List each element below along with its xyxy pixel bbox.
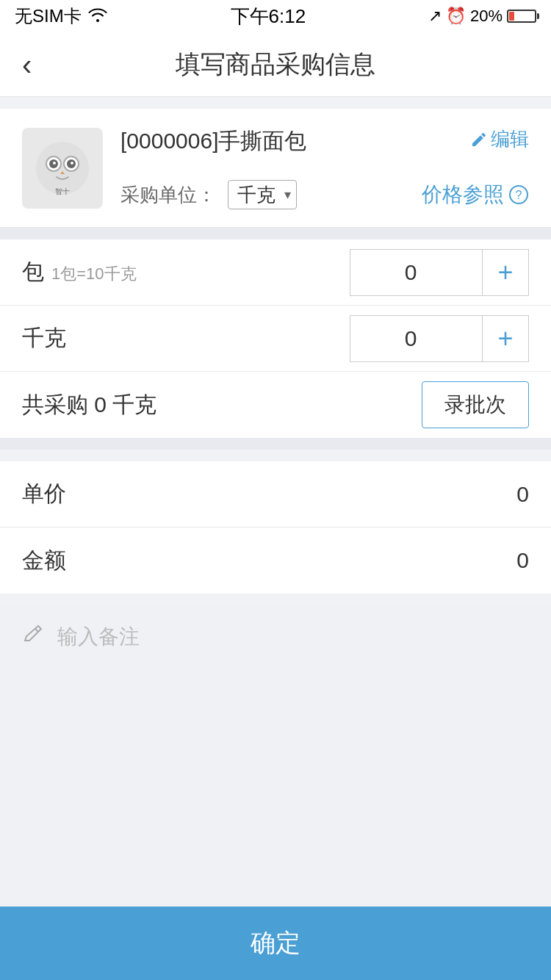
page-title: 填写商品采购信息 xyxy=(176,48,375,82)
unit-label: 采购单位： xyxy=(120,182,216,208)
kg-input-row: 千克 + xyxy=(0,306,551,372)
price-ref-button[interactable]: 价格参照 ? xyxy=(422,181,529,209)
amount-row: 金额 0 xyxy=(0,527,551,594)
bag-input-row: 包 1包=10千克 + xyxy=(0,239,551,306)
input-section: 包 1包=10千克 + 千克 + 共采购 0 千克 录批次 xyxy=(0,239,551,438)
unit-select-wrapper[interactable]: 千克 包 ▾ xyxy=(228,180,297,209)
product-card: 智十 [0000006]手撕面包 编辑 采购单位： 千克 包 ▾ xyxy=(0,109,551,228)
summary-text: 共采购 0 千克 xyxy=(22,390,156,420)
bag-input-right: + xyxy=(350,249,529,296)
kg-quantity-input[interactable] xyxy=(350,315,482,362)
status-bar: 无SIM卡 下午6:12 ↗ ⏰ 20% xyxy=(0,0,551,32)
bottom-spacer xyxy=(0,679,551,929)
section-divider-2 xyxy=(0,438,551,450)
status-right: ↗ ⏰ 20% xyxy=(428,7,536,26)
section-divider-1 xyxy=(0,228,551,239)
status-time: 下午6:12 xyxy=(231,4,306,29)
back-button[interactable]: ‹ xyxy=(22,50,32,79)
bag-label: 包 1包=10千克 xyxy=(22,257,137,287)
product-name: [0000006]手撕面包 xyxy=(120,126,306,156)
svg-point-5 xyxy=(53,162,56,165)
summary-row: 共采购 0 千克 录批次 xyxy=(0,372,551,438)
product-info: [0000006]手撕面包 编辑 采购单位： 千克 包 ▾ 价格参照 xyxy=(120,126,529,209)
carrier-text: 无SIM卡 xyxy=(15,4,82,28)
pencil-icon xyxy=(22,623,46,652)
notes-placeholder: 输入备注 xyxy=(57,623,140,651)
bag-sublabel: 1包=10千克 xyxy=(51,263,137,285)
kg-label: 千克 xyxy=(22,323,66,353)
bag-plus-button[interactable]: + xyxy=(482,249,529,296)
unit-price-label: 单价 xyxy=(22,479,66,509)
alarm-icon: ⏰ xyxy=(446,7,466,26)
product-image: 智十 xyxy=(22,128,103,209)
amount-value: 0 xyxy=(516,548,529,573)
unit-select[interactable]: 千克 包 xyxy=(228,180,297,209)
svg-text:智十: 智十 xyxy=(55,187,70,195)
confirm-button[interactable]: 确定 xyxy=(0,907,551,980)
notes-section[interactable]: 输入备注 xyxy=(0,605,551,679)
unit-price-row: 单价 0 xyxy=(0,461,551,527)
unit-price-value: 0 xyxy=(516,482,529,507)
nav-bar: ‹ 填写商品采购信息 xyxy=(0,32,551,97)
batch-record-button[interactable]: 录批次 xyxy=(422,381,529,428)
bag-quantity-input[interactable] xyxy=(350,249,482,296)
battery-icon xyxy=(507,10,536,23)
status-left: 无SIM卡 xyxy=(15,4,108,28)
amount-label: 金额 xyxy=(22,546,66,576)
svg-text:?: ? xyxy=(516,189,522,201)
svg-point-6 xyxy=(71,162,73,165)
product-meta: 采购单位： 千克 包 ▾ 价格参照 ? xyxy=(120,180,529,209)
edit-link[interactable]: 编辑 xyxy=(470,126,529,152)
wifi-icon xyxy=(87,6,108,26)
price-section: 单价 0 金额 0 xyxy=(0,461,551,594)
location-icon: ↗ xyxy=(428,7,442,26)
kg-input-right: + xyxy=(350,315,529,362)
battery-percent: 20% xyxy=(470,7,503,26)
kg-plus-button[interactable]: + xyxy=(482,315,529,362)
